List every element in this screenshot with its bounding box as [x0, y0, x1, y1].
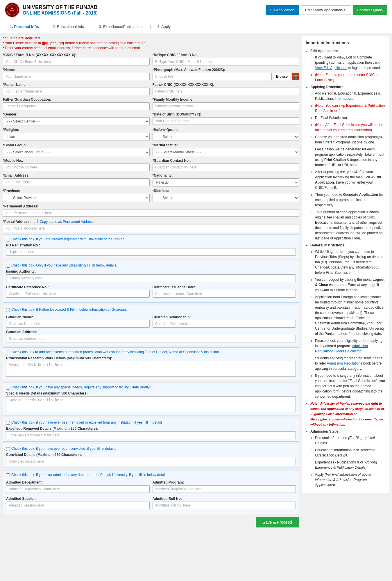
- main-content: • * Fields are Required. • Your Picture …: [0, 33, 392, 530]
- cert-date-input[interactable]: [153, 290, 296, 298]
- admitted-roll-field: Admitted Roll No:: [153, 495, 296, 509]
- tab-personal-info[interactable]: 1. Personal Info.: [5, 23, 44, 31]
- guardian-name-input[interactable]: [6, 320, 150, 328]
- admitted-program-input[interactable]: [153, 485, 296, 493]
- occupation-income-row: Father/Guardian Occupation: *Family Mont…: [3, 97, 299, 110]
- religion-hafiz-row: *Religion: Islam Other *Hafiz-e-Quran: -…: [3, 128, 299, 141]
- marital-field: *Marital Status: - - - Select Marital St…: [153, 143, 299, 156]
- save-proceed-button[interactable]: Save & Proceed: [256, 517, 299, 527]
- photo-field: *Photograph (Max. Allowed Filesize 200KB…: [153, 68, 299, 80]
- issuing-authority-input[interactable]: [6, 274, 296, 282]
- father-cnic-input[interactable]: [153, 88, 299, 95]
- pu-reg-checkbox[interactable]: [6, 238, 10, 241]
- province-label: *Province:: [3, 189, 150, 193]
- instructions-box: Important Instructions Edit Application:…: [302, 36, 389, 493]
- expelled-checkbox[interactable]: [6, 421, 10, 425]
- family-income-input[interactable]: [153, 102, 299, 110]
- nationality-select[interactable]: Pakistani Other: [153, 178, 299, 186]
- convicted-input[interactable]: [6, 458, 296, 465]
- browse-button[interactable]: Browse: [273, 73, 291, 80]
- gen-item-4: Please check your eligibility before app…: [315, 338, 385, 354]
- pu-reg-input[interactable]: [6, 248, 296, 256]
- blood-select[interactable]: - - - Select Blood Group - - - A+A-B+B- …: [3, 148, 150, 156]
- instructions-list: Edit Application: If you want to View, E…: [306, 48, 385, 488]
- camera-icon-button[interactable]: 📷: [292, 73, 299, 80]
- gen-item-3: Application from Foreign applicants shou…: [315, 294, 385, 336]
- guardian-occ-label: Father/Guardian Occupation:: [3, 97, 150, 102]
- research-details-input[interactable]: [6, 361, 296, 377]
- tab-educational-info[interactable]: 2. Educational Info.: [48, 23, 90, 31]
- copy-postal-checkbox[interactable]: [34, 219, 38, 223]
- districts-select[interactable]: - - - Select - - - Lahore Faisalabad Mul…: [153, 194, 299, 202]
- guardian-occ-input[interactable]: [3, 102, 150, 110]
- copy-postal-label[interactable]: Copy same as Permanent Address: [40, 220, 93, 224]
- gender-field: *Gender: - - - Select Gender - - Male Fe…: [3, 112, 150, 125]
- tab-apply[interactable]: 4. Apply: [152, 23, 176, 31]
- edit-view-application-button[interactable]: Edit / View Application(s): [301, 5, 351, 15]
- apply-item-7: Take printout of each application & atta…: [315, 209, 385, 241]
- hafiz-select[interactable]: - - - Select - - - Yes No: [153, 133, 299, 141]
- districts-field: *Districts: - - - Select - - - Lahore Fa…: [153, 189, 299, 202]
- guardian-addr-input[interactable]: [6, 335, 296, 342]
- admitted-roll-input[interactable]: [153, 502, 296, 509]
- tab-experience[interactable]: 3. Experience/Publications: [94, 23, 149, 31]
- special-needs-input[interactable]: [6, 396, 296, 412]
- view-edit-link[interactable]: View/Edit Application: [315, 66, 347, 70]
- email-input[interactable]: [3, 178, 150, 186]
- disability-checkbox[interactable]: [6, 264, 10, 268]
- cert-ref-input[interactable]: [6, 290, 150, 298]
- photo-filename-input[interactable]: [153, 73, 272, 80]
- admitted-session-input[interactable]: [6, 502, 150, 509]
- mobile-input[interactable]: [3, 164, 150, 171]
- logo-area: PU PUNJAB UNIVERSITY OF THE PUNJAB ONLIN…: [5, 2, 98, 17]
- father-name-input[interactable]: [3, 88, 150, 95]
- dob-input[interactable]: [153, 117, 299, 125]
- father-deceased-checkbox[interactable]: [6, 308, 10, 312]
- name-input[interactable]: [3, 73, 150, 80]
- admitted-checkbox[interactable]: [6, 473, 10, 477]
- religion-select[interactable]: Islam Other: [3, 133, 150, 141]
- disability-check-label: Check this box, Only if you have any Dis…: [11, 263, 117, 267]
- permanent-address-input[interactable]: [3, 209, 299, 217]
- name-field: *Name:: [3, 68, 150, 80]
- expelled-input[interactable]: [6, 431, 296, 439]
- nationality-field: *Nationality: Pakistani Other: [153, 173, 299, 186]
- father-name-field: *Father Name:: [3, 83, 150, 95]
- admitted-check-row: Check this box, if you ever admitted in …: [6, 473, 296, 477]
- admitted-dept-input[interactable]: [6, 485, 150, 493]
- father-cnic-label: Father CNIC (XXXXX-XXXXXXXXX-X):: [153, 83, 299, 87]
- marital-select[interactable]: - - - Select Marital Status - - - Single…: [153, 148, 299, 156]
- admission-regs-link-2[interactable]: Admission Regulations: [327, 361, 362, 365]
- permanent-address-label: *Permanent Address:: [3, 204, 299, 208]
- admitted-session-field: Admitted Session:: [6, 495, 150, 509]
- research-checkbox[interactable]: [6, 351, 10, 354]
- gender-select[interactable]: - - - Select Gender - - Male Female: [3, 117, 150, 125]
- pu-reg-section: Check this box, if you are already regis…: [3, 234, 299, 258]
- university-name: UNIVERSITY OF THE PUNJAB: [23, 4, 98, 10]
- apply-item-6: Then you need to Generate Application fo…: [315, 192, 385, 208]
- recnic-field: *ReType CNIC / Form-B No.:: [153, 53, 299, 65]
- guardian-contact-input[interactable]: [153, 164, 299, 171]
- special-needs-checkbox[interactable]: [6, 386, 10, 390]
- cert-row: Certificate Reference No.: Certificate I…: [6, 284, 296, 298]
- research-check-label: Check this box to add brief sketch of re…: [11, 350, 220, 354]
- father-deceased-section: Check this box, If Father Deceased & Fil…: [3, 305, 299, 345]
- general-instructions-section: General Instructions: While filling the …: [310, 243, 385, 399]
- recnic-input[interactable]: [153, 58, 299, 65]
- convicted-checkbox[interactable]: [6, 447, 10, 451]
- merit-calc-link[interactable]: Merit Calculator: [336, 349, 361, 353]
- contact-query-button[interactable]: Contact / Query: [353, 5, 387, 15]
- admitted-section: Check this box, if you ever admitted in …: [3, 470, 299, 514]
- province-select[interactable]: - - - Select Province - - - Punjab Sindh…: [3, 194, 150, 202]
- applying-procedure-section: Applying Procedure: Add Personal, Educat…: [310, 84, 385, 241]
- fill-application-button[interactable]: Fill Application: [266, 5, 299, 15]
- university-title-block: UNIVERSITY OF THE PUNJAB ONLINE ADMISSIO…: [23, 4, 98, 16]
- cnic-input[interactable]: [3, 58, 150, 65]
- postal-address-input[interactable]: [3, 225, 299, 232]
- name-photo-row: *Name: *Photograph (Max. Allowed Filesiz…: [3, 68, 299, 80]
- guardian-rel-input[interactable]: [153, 320, 296, 328]
- father-deceased-check-label: Check this box, If Father Deceased & Fil…: [11, 308, 127, 312]
- province-district-row: *Province: - - - Select Province - - - P…: [3, 189, 299, 202]
- mobile-label: *Mobile No.:: [3, 159, 150, 163]
- reservation-note: Note: University of Punjab reserves the …: [310, 402, 385, 426]
